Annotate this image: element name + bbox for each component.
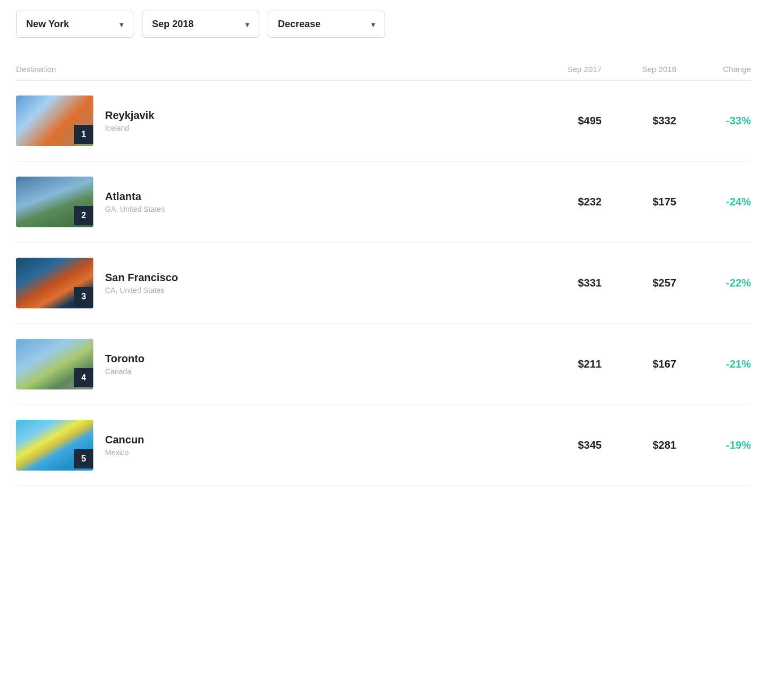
price-2018: $175: [602, 196, 676, 208]
dest-info: San Francisco CA, United States: [102, 272, 178, 295]
dest-city: Atlanta: [105, 190, 165, 203]
image-badge-wrap: 3: [16, 258, 93, 308]
image-badge-wrap: 1: [16, 96, 93, 146]
price-2017: $495: [527, 115, 602, 127]
rank-badge: 4: [74, 368, 93, 387]
month-filter-chevron: ▾: [245, 20, 249, 29]
sort-filter-chevron: ▾: [371, 20, 375, 29]
price-2017: $345: [527, 439, 602, 451]
dest-cell: 5 Cancun Mexico: [16, 420, 527, 471]
dest-city: Cancun: [105, 434, 144, 446]
table-body: 1 Reykjavik Iceland $495 $332 -33% 2 Atl…: [16, 81, 751, 486]
dest-info: Reykjavik Iceland: [102, 109, 154, 132]
city-filter[interactable]: New York ▾: [16, 11, 133, 38]
dest-info: Cancun Mexico: [102, 434, 144, 457]
dest-country: CA, United States: [105, 286, 178, 295]
dest-country: GA, United States: [105, 205, 165, 213]
filter-bar: New York ▾ Sep 2018 ▾ Decrease ▾: [16, 11, 751, 38]
dest-cell: 1 Reykjavik Iceland: [16, 96, 527, 146]
dest-cell: 4 Toronto Canada: [16, 339, 527, 389]
rank-badge: 3: [74, 287, 93, 306]
dest-city: Toronto: [105, 353, 145, 365]
dest-country: Canada: [105, 367, 145, 376]
price-2018: $281: [602, 439, 676, 451]
image-badge-wrap: 5: [16, 420, 93, 471]
price-2018: $257: [602, 277, 676, 289]
price-2017: $211: [527, 358, 602, 370]
sort-filter-label: Decrease: [278, 19, 321, 30]
rank-badge: 5: [74, 449, 93, 468]
dest-country: Mexico: [105, 448, 144, 457]
month-filter-label: Sep 2018: [152, 19, 194, 30]
price-2018: $167: [602, 358, 676, 370]
rank-badge: 2: [74, 206, 93, 225]
table-row[interactable]: 5 Cancun Mexico $345 $281 -19%: [16, 405, 751, 486]
price-change: -33%: [676, 115, 751, 127]
sort-filter[interactable]: Decrease ▾: [268, 11, 385, 38]
dest-info: Atlanta GA, United States: [102, 190, 165, 213]
image-badge-wrap: 2: [16, 177, 93, 227]
table-row[interactable]: 3 San Francisco CA, United States $331 $…: [16, 243, 751, 324]
price-2017: $331: [527, 277, 602, 289]
price-change: -19%: [676, 439, 751, 451]
col-sep2018: Sep 2018: [602, 65, 676, 74]
dest-cell: 3 San Francisco CA, United States: [16, 258, 527, 308]
price-change: -22%: [676, 277, 751, 289]
month-filter[interactable]: Sep 2018 ▾: [142, 11, 259, 38]
price-2018: $332: [602, 115, 676, 127]
price-change: -21%: [676, 358, 751, 370]
dest-info: Toronto Canada: [102, 353, 145, 376]
table-row[interactable]: 1 Reykjavik Iceland $495 $332 -33%: [16, 81, 751, 162]
city-filter-label: New York: [26, 19, 69, 30]
dest-city: Reykjavik: [105, 109, 154, 122]
dest-country: Iceland: [105, 124, 154, 132]
table-row[interactable]: 2 Atlanta GA, United States $232 $175 -2…: [16, 162, 751, 243]
rank-badge: 1: [74, 125, 93, 144]
dest-city: San Francisco: [105, 272, 178, 284]
price-change: -24%: [676, 196, 751, 208]
price-2017: $232: [527, 196, 602, 208]
table-row[interactable]: 4 Toronto Canada $211 $167 -21%: [16, 324, 751, 405]
table-header: Destination Sep 2017 Sep 2018 Change: [16, 65, 751, 81]
dest-cell: 2 Atlanta GA, United States: [16, 177, 527, 227]
col-sep2017: Sep 2017: [527, 65, 602, 74]
city-filter-chevron: ▾: [119, 20, 123, 29]
col-change: Change: [676, 65, 751, 74]
image-badge-wrap: 4: [16, 339, 93, 389]
col-destination: Destination: [16, 65, 527, 74]
